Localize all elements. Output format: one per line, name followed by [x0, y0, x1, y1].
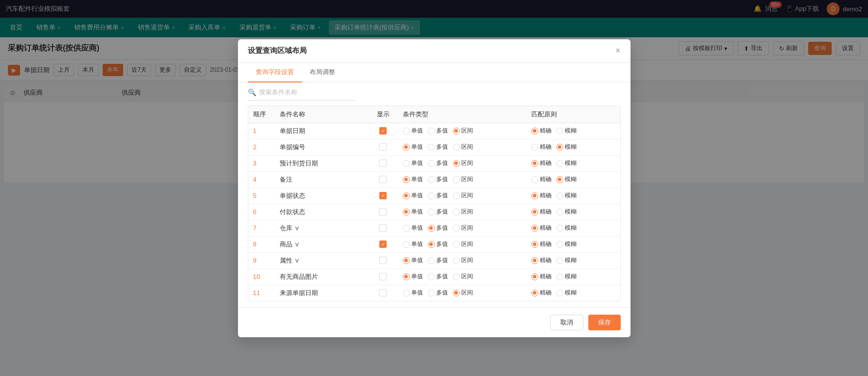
col-match-header: 匹配原则 — [526, 106, 620, 123]
radio-dot — [556, 128, 563, 134]
name-cell: 备注 — [275, 171, 368, 187]
seq-cell: 3 — [248, 155, 275, 171]
radio-dot — [403, 176, 410, 183]
match-radio-模糊[interactable]: 模糊 — [556, 159, 577, 167]
modal-header: 设置查询区域布局 × — [238, 39, 631, 63]
radio-label: 模糊 — [565, 127, 577, 135]
radio-dot — [403, 144, 410, 151]
type-cell: 单值多值区间 — [398, 139, 526, 155]
type-radio-多值[interactable]: 多值 — [428, 143, 448, 151]
type-radio-group: 单值多值区间 — [403, 159, 522, 167]
match-radio-精确[interactable]: 精确 — [531, 175, 552, 184]
match-cell: 精确模糊 — [526, 123, 620, 139]
type-radio-group: 单值多值区间 — [403, 143, 522, 151]
type-radio-区间[interactable]: 区间 — [453, 143, 473, 151]
tab-layout[interactable]: 布局调整 — [302, 63, 343, 82]
modal-tabs: 查询字段设置 布局调整 — [238, 63, 631, 82]
match-radio-精确[interactable]: 精确 — [531, 143, 552, 151]
name-cell: 预计到货日期 — [275, 155, 368, 171]
settings-table: 顺序 条件名称 显示 条件类型 匹配原则 1单据日期✓单值多值区间精确模糊2单据… — [248, 106, 621, 187]
radio-dot — [428, 144, 435, 151]
col-display-header: 显示 — [368, 106, 398, 123]
display-checkbox[interactable] — [379, 143, 387, 151]
match-radio-精确[interactable]: 精确 — [531, 127, 552, 135]
radio-dot — [556, 160, 563, 167]
display-cell: ✓ — [368, 123, 398, 139]
modal-close-button[interactable]: × — [615, 46, 621, 55]
match-radio-精确[interactable]: 精确 — [531, 159, 552, 167]
type-radio-区间[interactable]: 区间 — [453, 159, 473, 167]
radio-label: 多值 — [436, 127, 448, 135]
type-radio-区间[interactable]: 区间 — [453, 175, 473, 184]
type-cell: 单值多值区间 — [398, 155, 526, 171]
radio-label: 多值 — [436, 159, 448, 167]
radio-label: 区间 — [461, 127, 473, 135]
radio-dot — [531, 160, 538, 167]
type-radio-单值[interactable]: 单值 — [403, 127, 423, 135]
type-cell: 单值多值区间 — [398, 123, 526, 139]
table-row: 3预计到货日期单值多值区间精确模糊 — [248, 155, 620, 171]
radio-label: 精确 — [540, 175, 552, 184]
col-type-header: 条件类型 — [398, 106, 526, 123]
radio-dot — [403, 128, 410, 134]
display-cell — [368, 171, 398, 187]
type-radio-多值[interactable]: 多值 — [428, 159, 448, 167]
type-radio-区间[interactable]: 区间 — [453, 127, 473, 135]
table-row: 2单据编号单值多值区间精确模糊 — [248, 139, 620, 155]
radio-label: 精确 — [540, 143, 552, 151]
seq-cell: 4 — [248, 171, 275, 187]
type-radio-group: 单值多值区间 — [403, 127, 522, 135]
radio-dot — [556, 144, 563, 151]
radio-dot — [453, 128, 460, 134]
radio-dot — [453, 144, 460, 151]
radio-dot — [428, 128, 435, 134]
radio-dot — [531, 176, 538, 183]
name-cell: 单据日期 — [275, 123, 368, 139]
modal-title: 设置查询区域布局 — [248, 46, 307, 55]
match-radio-group: 精确模糊 — [531, 127, 615, 135]
match-radio-模糊[interactable]: 模糊 — [556, 143, 577, 151]
type-radio-多值[interactable]: 多值 — [428, 127, 448, 135]
match-cell: 精确模糊 — [526, 155, 620, 171]
col-name-header: 条件名称 — [275, 106, 368, 123]
name-cell: 单据编号 — [275, 139, 368, 155]
radio-dot — [453, 176, 460, 183]
match-radio-模糊[interactable]: 模糊 — [556, 175, 577, 184]
display-checkbox[interactable] — [379, 160, 387, 167]
radio-label: 区间 — [461, 143, 473, 151]
radio-dot — [428, 176, 435, 183]
modal-overlay: 设置查询区域布局 × 查询字段设置 布局调整 🔍 顺序 条件名称 — [0, 0, 868, 187]
tab-query-fields[interactable]: 查询字段设置 — [248, 63, 302, 82]
radio-label: 区间 — [461, 159, 473, 167]
type-radio-group: 单值多值区间 — [403, 175, 522, 184]
radio-label: 区间 — [461, 175, 473, 184]
condition-search-input[interactable] — [259, 88, 356, 96]
match-cell: 精确模糊 — [526, 171, 620, 187]
match-radio-group: 精确模糊 — [531, 175, 615, 184]
type-radio-单值[interactable]: 单值 — [403, 175, 423, 184]
display-checkbox[interactable]: ✓ — [379, 127, 387, 134]
condition-search-box: 🔍 — [248, 88, 356, 101]
radio-dot — [403, 160, 410, 167]
radio-dot — [428, 160, 435, 167]
table-row: 4备注单值多值区间精确模糊 — [248, 171, 620, 187]
radio-label: 模糊 — [565, 159, 577, 167]
match-cell: 精确模糊 — [526, 139, 620, 155]
radio-dot — [556, 176, 563, 183]
seq-cell: 2 — [248, 139, 275, 155]
match-radio-模糊[interactable]: 模糊 — [556, 127, 577, 135]
radio-label: 单值 — [411, 175, 423, 184]
display-checkbox[interactable] — [379, 176, 387, 183]
seq-cell: 1 — [248, 123, 275, 139]
conditions-table: 顺序 条件名称 显示 条件类型 匹配原则 1单据日期✓单值多值区间精确模糊2单据… — [248, 106, 620, 187]
radio-label: 精确 — [540, 159, 552, 167]
settings-modal: 设置查询区域布局 × 查询字段设置 布局调整 🔍 顺序 条件名称 — [238, 39, 631, 187]
display-cell — [368, 139, 398, 155]
radio-label: 多值 — [436, 143, 448, 151]
type-radio-单值[interactable]: 单值 — [403, 159, 423, 167]
type-radio-单值[interactable]: 单值 — [403, 143, 423, 151]
modal-body: 🔍 顺序 条件名称 显示 条件类型 匹配原则 — [238, 82, 631, 187]
match-radio-group: 精确模糊 — [531, 143, 615, 151]
table-head-row: 顺序 条件名称 显示 条件类型 匹配原则 — [248, 106, 620, 123]
type-radio-多值[interactable]: 多值 — [428, 175, 448, 184]
